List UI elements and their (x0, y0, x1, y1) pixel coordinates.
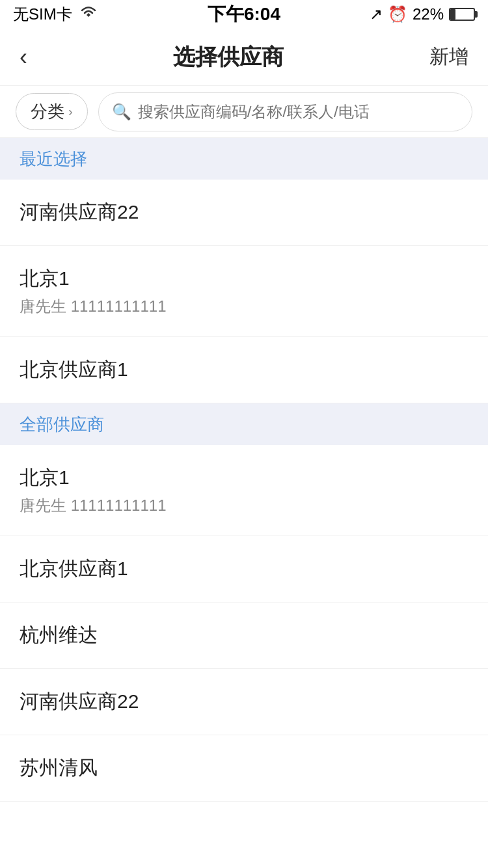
chevron-right-icon: › (68, 104, 73, 119)
wifi-icon (79, 5, 98, 23)
nav-bar: ‹ 选择供应商 新增 (0, 29, 488, 86)
status-time: 下午6:04 (208, 2, 280, 27)
page-title: 选择供应商 (173, 42, 284, 72)
all-section-header: 全部供应商 (0, 403, 488, 445)
search-input[interactable] (138, 103, 459, 121)
carrier-text: 无SIM卡 (13, 4, 72, 25)
supplier-name: 北京1 (20, 465, 468, 491)
supplier-name: 北京1 (20, 265, 468, 292)
supplier-name: 河南供应商22 (20, 688, 468, 715)
status-bar: 无SIM卡 下午6:04 ↗ ⏰ 22% (0, 0, 488, 29)
supplier-name: 杭州维达 (20, 622, 468, 649)
search-box: 🔍 (98, 92, 472, 131)
status-right: ↗ ⏰ 22% (370, 5, 475, 23)
all-list: 北京1唐先生 11111111111北京供应商1杭州维达河南供应商22苏州清风 (0, 445, 488, 802)
back-button[interactable]: ‹ (20, 44, 27, 71)
supplier-name: 苏州清风 (20, 755, 468, 781)
list-item[interactable]: 杭州维达 (0, 603, 488, 669)
battery-percentage: 22% (413, 5, 444, 23)
filter-bar: 分类 › 🔍 (0, 86, 488, 138)
supplier-name: 河南供应商22 (20, 199, 468, 226)
status-left: 无SIM卡 (13, 4, 98, 25)
recent-section-header: 最近选择 (0, 138, 488, 180)
supplier-contact: 唐先生 11111111111 (20, 495, 468, 516)
add-button[interactable]: 新增 (429, 44, 468, 70)
list-item[interactable]: 河南供应商22 (0, 669, 488, 735)
category-button[interactable]: 分类 › (16, 93, 88, 130)
list-item[interactable]: 河南供应商22 (0, 180, 488, 246)
list-item[interactable]: 北京供应商1 (0, 536, 488, 603)
category-label: 分类 (31, 100, 64, 123)
list-item[interactable]: 北京1唐先生 11111111111 (0, 246, 488, 337)
alarm-icon: ⏰ (388, 5, 407, 23)
battery-icon (449, 8, 475, 21)
list-item[interactable]: 北京供应商1 (0, 337, 488, 403)
location-icon: ↗ (370, 5, 383, 23)
supplier-contact: 唐先生 11111111111 (20, 296, 468, 317)
recent-list: 河南供应商22北京1唐先生 11111111111北京供应商1 (0, 180, 488, 403)
supplier-name: 北京供应商1 (20, 357, 468, 383)
recent-section-title: 最近选择 (20, 148, 87, 170)
all-section-title: 全部供应商 (20, 413, 104, 436)
list-item[interactable]: 北京1唐先生 11111111111 (0, 445, 488, 536)
supplier-name: 北京供应商1 (20, 556, 468, 582)
search-icon: 🔍 (112, 103, 131, 121)
list-item[interactable]: 苏州清风 (0, 735, 488, 802)
